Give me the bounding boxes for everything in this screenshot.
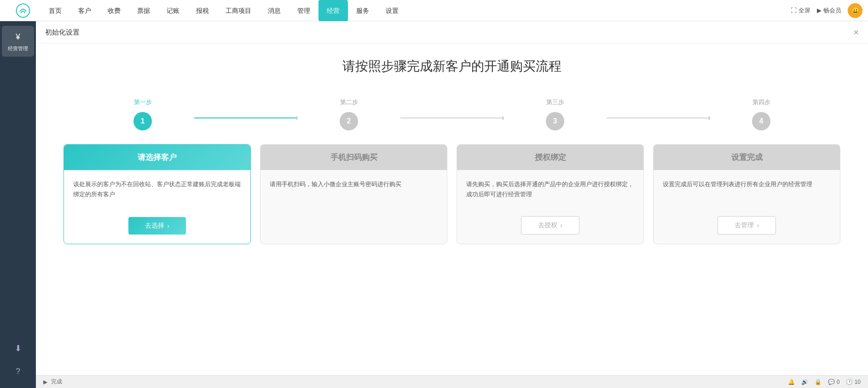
nav-item-tax[interactable]: 报税: [188, 0, 217, 21]
card-3-header: 授权绑定: [457, 145, 643, 170]
nav-item-commerce[interactable]: 工商项目: [217, 0, 260, 21]
go-select-button[interactable]: 去选择 ›: [128, 217, 186, 235]
nav-item-message[interactable]: 消息: [260, 0, 289, 21]
wizard-title: 请按照步骤完成新客户的开通购买流程: [64, 58, 840, 75]
status-bar-right: 🔔 🔊 🔒 💬 0 🕐 10: [788, 379, 861, 385]
card-2-body: 请用手机扫码，输入小微企业主账号密码进行购买: [260, 170, 447, 227]
app-logo[interactable]: [6, 3, 41, 18]
wizard-area: 请按照步骤完成新客户的开通购买流程 第一步 1 › 第二步 2: [36, 44, 868, 375]
card-3-footer: 去授权 ›: [457, 209, 643, 244]
nav-item-customer[interactable]: 客户: [70, 0, 99, 21]
step-1-wrapper: 第一步 1: [91, 98, 194, 130]
go-authorize-button[interactable]: 去授权 ›: [521, 216, 579, 235]
fullscreen-label: 全屏: [799, 6, 810, 15]
steps-progress: 第一步 1 › 第二步 2 ›: [64, 98, 840, 130]
go-manage-label: 去管理: [735, 221, 754, 229]
sidebar-item-label: 经营管理: [8, 45, 28, 52]
step-card-3: 授权绑定 请先购买，购买后选择开通的产品中的企业用户进行授权绑定，成功后即可进行…: [457, 144, 644, 244]
sidebar-download[interactable]: ⬇: [2, 338, 34, 359]
card-2-header: 手机扫码购买: [260, 145, 447, 170]
step-1-circle: 1: [133, 112, 152, 130]
card-1-header: 请选择客户: [64, 145, 250, 170]
nav-item-fee[interactable]: 收费: [99, 0, 129, 21]
step-cards: 请选择客户 该处展示的客户为不在回收站、客户状态正常建账后完成老板端绑定的所有客…: [64, 144, 840, 244]
nav-item-manage[interactable]: 管理: [289, 0, 318, 21]
step-4-circle: 4: [752, 112, 770, 130]
step-2-wrapper: 第二步 2: [297, 98, 400, 130]
nav-item-bill[interactable]: 票据: [129, 0, 158, 21]
step-2-circle: 2: [340, 112, 358, 130]
step-1-label: 第一步: [134, 98, 152, 106]
go-authorize-label: 去授权: [538, 221, 557, 229]
time-display: 🕐 10: [846, 379, 861, 385]
status-bar-left: ▶ 完成: [43, 378, 62, 386]
nav-item-service[interactable]: 服务: [348, 0, 377, 21]
card-4-footer: 去管理 ›: [654, 209, 840, 244]
step-4-wrapper: 第四步 4: [710, 98, 813, 130]
step-4-label: 第四步: [752, 98, 770, 106]
nav-item-operation[interactable]: 经营: [318, 0, 348, 21]
fullscreen-button[interactable]: ⛶ 全屏: [791, 6, 810, 15]
step-card-4: 设置完成 设置完成后可以在管理列表进行所有企业用户的经营管理 去管理 ›: [653, 144, 840, 244]
go-manage-button[interactable]: 去管理 ›: [718, 216, 776, 235]
card-4-body: 设置完成后可以在管理列表进行所有企业用户的经营管理: [654, 170, 840, 209]
connector-3-4: ›: [607, 113, 710, 123]
svg-text:😀: 😀: [851, 7, 860, 15]
main-content-area: 初始化设置 × 请按照步骤完成新客户的开通购买流程 第一步 1 ›: [36, 21, 868, 388]
sidebar-bottom: ⬇ ?: [2, 338, 34, 388]
card-4-header: 设置完成: [654, 145, 840, 170]
vip-label: 畅会员: [823, 6, 841, 15]
operation-icon: ¥: [12, 30, 24, 43]
nav-item-account[interactable]: 记账: [158, 0, 188, 21]
vip-button[interactable]: ▶ 畅会员: [817, 6, 841, 15]
notification-icon: 🔔: [788, 379, 795, 385]
step-3-circle: 3: [546, 112, 564, 130]
card-2-footer: [260, 227, 447, 244]
status-text: 完成: [51, 378, 62, 386]
card-1-body: 该处展示的客户为不在回收站、客户状态正常建账后完成老板端绑定的所有客户: [64, 170, 250, 210]
volume-icon: 🔊: [801, 379, 808, 385]
user-avatar[interactable]: 😀: [848, 3, 862, 18]
connector-1-2: ›: [194, 113, 297, 123]
nav-item-home[interactable]: 首页: [41, 0, 70, 21]
download-icon: ⬇: [12, 342, 24, 355]
status-bar: ▶ 完成 🔔 🔊 🔒 💬 0 🕐 10: [36, 375, 868, 388]
page-title: 初始化设置: [45, 28, 80, 37]
help-icon: ?: [12, 365, 24, 378]
step-3-wrapper: 第三步 3: [503, 98, 607, 130]
go-select-icon: ›: [167, 222, 169, 229]
step-2-label: 第二步: [340, 98, 358, 106]
play-icon: ▶: [43, 379, 47, 385]
fullscreen-icon: ⛶: [791, 7, 797, 14]
vip-icon: ▶: [817, 7, 822, 14]
go-authorize-icon: ›: [560, 222, 562, 229]
step-card-2: 手机扫码购买 请用手机扫码，输入小微企业主账号密码进行购买: [260, 144, 447, 244]
nav-right-area: ⛶ 全屏 ▶ 畅会员 😀: [791, 3, 862, 18]
card-1-footer: 去选择 ›: [64, 210, 250, 244]
message-count: 💬 0: [828, 379, 839, 385]
connector-2-3: ›: [400, 113, 503, 123]
go-select-label: 去选择: [145, 222, 164, 230]
close-button[interactable]: ×: [853, 28, 859, 37]
sidebar-item-operation[interactable]: ¥ 经营管理: [2, 26, 34, 57]
nav-items-list: 首页 客户 收费 票据 记账 报税 工商项目 消息 管理 经营 服务 设置: [41, 0, 791, 21]
step-3-label: 第三步: [546, 98, 564, 106]
main-layout: ¥ 经营管理 ⬇ ? 初始化设置 × 请按照步骤完成新客户的开通购买流程 第: [0, 21, 868, 388]
go-manage-icon: ›: [757, 222, 759, 229]
top-navigation: 首页 客户 收费 票据 记账 报税 工商项目 消息 管理 经营 服务 设置 ⛶ …: [0, 0, 868, 21]
step-card-1: 请选择客户 该处展示的客户为不在回收站、客户状态正常建账后完成老板端绑定的所有客…: [64, 144, 251, 244]
sidebar: ¥ 经营管理 ⬇ ?: [0, 21, 36, 388]
lock-icon: 🔒: [815, 379, 822, 385]
card-3-body: 请先购买，购买后选择开通的产品中的企业用户进行授权绑定，成功后即可进行经营管理: [457, 170, 643, 209]
nav-item-settings[interactable]: 设置: [377, 0, 407, 21]
sidebar-help[interactable]: ?: [2, 361, 34, 382]
content-header: 初始化设置 ×: [36, 21, 868, 44]
